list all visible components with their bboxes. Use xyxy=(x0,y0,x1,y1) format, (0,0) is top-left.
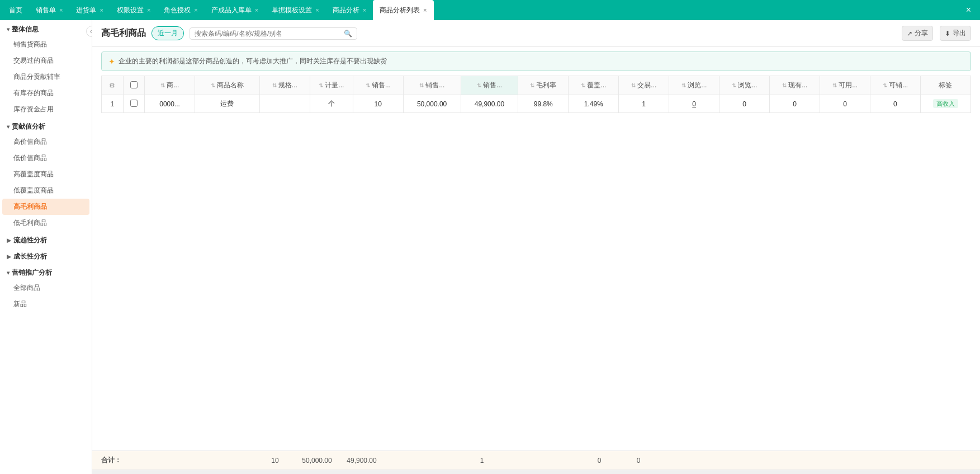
footer-sales2: 50,000.00 xyxy=(295,457,339,464)
footer-totals: 合计： 10 50,000.00 49,900.00 1 xyxy=(92,450,980,470)
sidebar-item-low-coverage-goods[interactable]: 低覆盖度商品 xyxy=(0,182,92,199)
sidebar-group-growth-analysis[interactable]: ▶ 成长性分析 xyxy=(0,247,92,264)
settings-icon: ⚙ xyxy=(109,82,115,90)
nav-tab-sales-close[interactable]: × xyxy=(59,7,63,13)
sort-indicator-stock1: ⇅ xyxy=(782,82,787,88)
col-stock2[interactable]: ⇅ 可用... xyxy=(820,76,870,95)
col-sales1[interactable]: ⇅ 销售... xyxy=(353,76,403,95)
filter-recent-month-button[interactable]: 近一月 xyxy=(152,26,184,40)
sidebar-item-sales-goods[interactable]: 销售货商品 xyxy=(0,36,92,53)
nav-tab-template-close[interactable]: × xyxy=(315,7,319,13)
sidebar-item-low-value-goods[interactable]: 低价值商品 xyxy=(0,150,92,166)
search-input[interactable] xyxy=(195,30,342,37)
search-box: 🔍 xyxy=(190,27,357,40)
content-header: 高毛利商品 近一月 🔍 ↗ 分享 ⬇ 导出 xyxy=(92,20,980,47)
nav-tab-role-close[interactable]: × xyxy=(194,7,197,13)
nav-tab-analysis-list[interactable]: 商品分析列表 × xyxy=(373,0,433,20)
row-browse2: 0 xyxy=(719,95,770,113)
col-settings[interactable]: ⚙ xyxy=(102,76,124,95)
sidebar-item-goods-contribution[interactable]: 商品分贡献辅率 xyxy=(0,69,92,85)
nav-close-all-button[interactable]: × xyxy=(959,5,978,15)
sidebar-item-in-stock-goods[interactable]: 有库存的商品 xyxy=(0,85,92,101)
col-tag[interactable]: 标签 xyxy=(920,76,970,95)
sidebar-item-high-value-goods[interactable]: 高价值商品 xyxy=(0,134,92,150)
row-stock3: 0 xyxy=(870,95,920,113)
tag-badge: 高收入 xyxy=(933,99,958,108)
nav-tab-analysis[interactable]: 商品分析 × xyxy=(326,0,373,20)
select-all-checkbox[interactable] xyxy=(130,81,138,88)
nav-tab-template[interactable]: 单据模板设置 × xyxy=(265,0,325,20)
top-nav: 首页 销售单 × 进货单 × 权限设置 × 角色授权 × 产成品入库单 × 单据… xyxy=(0,0,980,20)
sidebar-item-low-margin-goods[interactable]: 低毛利商品 xyxy=(0,215,92,231)
col-gross-margin[interactable]: ⇅ 毛利率 xyxy=(518,76,569,95)
row-checkbox-cell[interactable] xyxy=(123,95,145,113)
info-icon: ✦ xyxy=(108,57,115,66)
chevron-right-icon-2: ▶ xyxy=(7,254,11,260)
header-actions: ↗ 分享 ⬇ 导出 xyxy=(902,26,971,41)
row-browse1[interactable]: 0 xyxy=(669,95,719,113)
chevron-right-icon: ▶ xyxy=(7,237,11,243)
sidebar-item-new-goods[interactable]: 新品 xyxy=(0,296,92,312)
nav-tab-analysis-list-label: 商品分析列表 xyxy=(380,6,420,15)
sidebar-group-growth-analysis-label: 成长性分析 xyxy=(13,252,47,261)
nav-tab-product-storage[interactable]: 产成品入库单 × xyxy=(205,0,265,20)
col-transaction[interactable]: ⇅ 交易... xyxy=(619,76,669,95)
col-sales2[interactable]: ⇅ 销售... xyxy=(403,76,461,95)
row-tag: 高收入 xyxy=(920,95,970,113)
nav-tab-permission-close[interactable]: × xyxy=(147,7,150,13)
sidebar-item-all-goods[interactable]: 全部商品 xyxy=(0,280,92,296)
nav-tab-purchase-label: 进货单 xyxy=(76,6,96,15)
sidebar-group-overall-info[interactable]: ▾ 整体信息 xyxy=(0,20,92,36)
horizontal-scrollbar[interactable] xyxy=(92,470,980,474)
col-browse2[interactable]: ⇅ 浏览... xyxy=(719,76,770,95)
nav-tab-home[interactable]: 首页 xyxy=(2,0,29,20)
col-name[interactable]: ⇅ 商品名称 xyxy=(195,76,260,95)
search-icon[interactable]: 🔍 xyxy=(344,30,352,37)
sidebar-group-marketing-analysis[interactable]: ▾ 营销推广分析 xyxy=(0,264,92,280)
nav-tab-purchase-close[interactable]: × xyxy=(100,7,103,13)
chevron-down-icon-3: ▾ xyxy=(7,270,10,276)
col-browse1[interactable]: ⇅ 浏览... xyxy=(669,76,719,95)
table-row: 1 0000... 运费 个 10 50,000.00 49,900.00 xyxy=(102,95,971,113)
nav-tab-permission[interactable]: 权限设置 × xyxy=(110,0,157,20)
sidebar-item-traded-goods[interactable]: 交易过的商品 xyxy=(0,53,92,69)
row-unit: 个 xyxy=(310,95,353,113)
sort-indicator-sales3: ⇅ xyxy=(477,82,481,88)
col-sales3[interactable]: ⇅ 销售... xyxy=(461,76,518,95)
sidebar-group-contribution-analysis[interactable]: ▾ 贡献值分析 xyxy=(0,118,92,134)
browse1-link[interactable]: 0 xyxy=(692,100,696,108)
sidebar-group-trend-analysis[interactable]: ▶ 流趋性分析 xyxy=(0,231,92,247)
col-spec[interactable]: ⇅ 规格... xyxy=(259,76,310,95)
col-stock3[interactable]: ⇅ 可销... xyxy=(870,76,920,95)
export-button[interactable]: ⬇ 导出 xyxy=(940,26,971,41)
nav-tab-sales[interactable]: 销售单 × xyxy=(29,0,69,20)
sidebar-item-high-margin-goods[interactable]: 高毛利商品 xyxy=(2,199,89,215)
footer-label: 合计： xyxy=(101,456,121,465)
table-container: ⚙ ⇅ 商... ⇅ 商品名称 xyxy=(92,76,980,450)
row-sales2: 50,000.00 xyxy=(403,95,461,113)
row-checkbox[interactable] xyxy=(130,100,138,107)
nav-tab-product-storage-close[interactable]: × xyxy=(255,7,258,13)
nav-tab-analysis-close[interactable]: × xyxy=(363,7,366,13)
nav-tab-analysis-list-close[interactable]: × xyxy=(423,7,427,13)
share-button[interactable]: ↗ 分享 xyxy=(902,26,933,41)
row-index: 1 xyxy=(102,95,124,113)
col-code[interactable]: ⇅ 商... xyxy=(145,76,195,95)
sidebar-item-high-coverage-goods[interactable]: 高覆盖度商品 xyxy=(0,166,92,182)
col-stock1[interactable]: ⇅ 现有... xyxy=(770,76,820,95)
col-unit[interactable]: ⇅ 计量... xyxy=(310,76,353,95)
footer-stock2: 0 xyxy=(619,457,658,464)
col-checkbox[interactable] xyxy=(123,76,145,95)
sidebar-item-stock-capital[interactable]: 库存资金占用 xyxy=(0,101,92,118)
sort-indicator-sales1: ⇅ xyxy=(366,82,370,88)
chevron-down-icon-2: ▾ xyxy=(7,124,10,130)
nav-tab-role[interactable]: 角色授权 × xyxy=(157,0,204,20)
sort-indicator-name: ⇅ xyxy=(211,82,215,88)
sort-indicator-unit: ⇅ xyxy=(319,82,323,88)
data-table: ⚙ ⇅ 商... ⇅ 商品名称 xyxy=(101,76,971,113)
col-coverage[interactable]: ⇅ 覆盖... xyxy=(569,76,619,95)
footer-sales3: 49,900.00 xyxy=(339,457,384,464)
page-title: 高毛利商品 xyxy=(101,27,146,39)
sort-indicator-transaction: ⇅ xyxy=(631,82,636,88)
nav-tab-purchase[interactable]: 进货单 × xyxy=(69,0,110,20)
